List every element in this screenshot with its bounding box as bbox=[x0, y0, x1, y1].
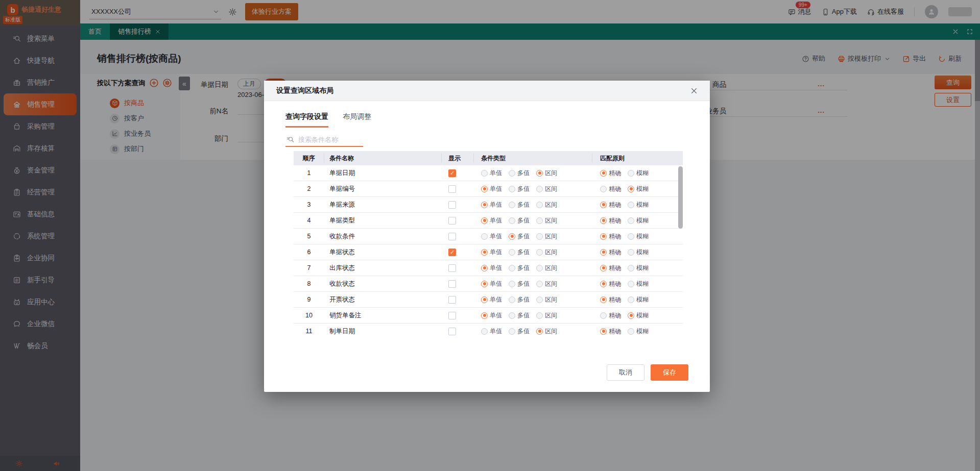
type-option-radio[interactable] bbox=[536, 233, 543, 240]
type-option-radio[interactable] bbox=[509, 249, 515, 256]
match-option[interactable]: 精确 bbox=[600, 169, 621, 178]
type-option-radio[interactable] bbox=[509, 265, 515, 271]
type-option[interactable]: 单值 bbox=[481, 264, 502, 272]
type-option-radio[interactable] bbox=[481, 281, 488, 287]
match-option[interactable]: 精确 bbox=[600, 248, 621, 257]
match-option[interactable]: 模糊 bbox=[628, 201, 649, 209]
match-option-radio[interactable] bbox=[600, 233, 607, 240]
match-option[interactable]: 模糊 bbox=[628, 185, 649, 193]
match-option-radio[interactable] bbox=[628, 296, 634, 303]
type-option[interactable]: 多值 bbox=[509, 216, 530, 225]
match-option[interactable]: 模糊 bbox=[628, 248, 649, 257]
type-option-radio[interactable] bbox=[536, 202, 543, 208]
match-option-radio[interactable] bbox=[628, 233, 634, 240]
type-option[interactable]: 单值 bbox=[481, 311, 502, 320]
type-option[interactable]: 单值 bbox=[481, 169, 502, 178]
match-option-radio[interactable] bbox=[600, 296, 607, 303]
type-option-radio[interactable] bbox=[536, 281, 543, 287]
save-button[interactable]: 保存 bbox=[651, 364, 688, 381]
show-checkbox[interactable] bbox=[448, 169, 456, 177]
match-option[interactable]: 模糊 bbox=[628, 216, 649, 225]
type-option[interactable]: 区间 bbox=[536, 185, 557, 193]
type-option-radio[interactable] bbox=[481, 312, 488, 319]
match-option-radio[interactable] bbox=[600, 281, 607, 287]
match-option-radio[interactable] bbox=[600, 170, 607, 177]
match-option[interactable]: 精确 bbox=[600, 185, 621, 193]
type-option-radio[interactable] bbox=[481, 202, 488, 208]
type-option-radio[interactable] bbox=[536, 312, 543, 319]
match-option[interactable]: 精确 bbox=[600, 201, 621, 209]
cancel-button[interactable]: 取消 bbox=[607, 364, 644, 381]
match-option[interactable]: 模糊 bbox=[628, 311, 649, 320]
match-option[interactable]: 模糊 bbox=[628, 280, 649, 288]
match-option-radio[interactable] bbox=[600, 217, 607, 224]
match-option-radio[interactable] bbox=[600, 249, 607, 256]
type-option[interactable]: 单值 bbox=[481, 295, 502, 304]
type-option[interactable]: 单值 bbox=[481, 216, 502, 225]
match-option-radio[interactable] bbox=[600, 202, 607, 208]
show-checkbox[interactable] bbox=[448, 201, 456, 209]
type-option[interactable]: 单值 bbox=[481, 327, 502, 336]
type-option-radio[interactable] bbox=[509, 281, 515, 287]
type-option[interactable]: 多值 bbox=[509, 185, 530, 193]
type-option[interactable]: 区间 bbox=[536, 232, 557, 241]
type-option-radio[interactable] bbox=[509, 217, 515, 224]
type-option[interactable]: 单值 bbox=[481, 232, 502, 241]
type-option-radio[interactable] bbox=[481, 296, 488, 303]
match-option-radio[interactable] bbox=[600, 312, 607, 319]
type-option[interactable]: 单值 bbox=[481, 280, 502, 288]
type-option[interactable]: 多值 bbox=[509, 311, 530, 320]
type-option-radio[interactable] bbox=[536, 217, 543, 224]
match-option-radio[interactable] bbox=[628, 281, 634, 287]
match-option-radio[interactable] bbox=[628, 186, 634, 192]
show-checkbox[interactable] bbox=[448, 280, 456, 288]
match-option-radio[interactable] bbox=[628, 265, 634, 271]
show-checkbox[interactable] bbox=[448, 312, 456, 319]
type-option[interactable]: 单值 bbox=[481, 248, 502, 257]
type-option-radio[interactable] bbox=[481, 170, 488, 177]
type-option-radio[interactable] bbox=[536, 265, 543, 271]
type-option[interactable]: 多值 bbox=[509, 248, 530, 257]
type-option[interactable]: 区间 bbox=[536, 327, 557, 336]
type-option-radio[interactable] bbox=[536, 296, 543, 303]
show-checkbox[interactable] bbox=[448, 264, 456, 272]
show-checkbox[interactable] bbox=[448, 249, 456, 256]
type-option-radio[interactable] bbox=[481, 186, 488, 192]
type-option-radio[interactable] bbox=[481, 233, 488, 240]
match-option-radio[interactable] bbox=[600, 328, 607, 335]
type-option-radio[interactable] bbox=[509, 170, 515, 177]
match-option[interactable]: 模糊 bbox=[628, 264, 649, 272]
match-option-radio[interactable] bbox=[628, 202, 634, 208]
match-option[interactable]: 精确 bbox=[600, 311, 621, 320]
match-option[interactable]: 精确 bbox=[600, 264, 621, 272]
match-option[interactable]: 精确 bbox=[600, 216, 621, 225]
show-checkbox[interactable] bbox=[448, 217, 456, 225]
show-checkbox[interactable] bbox=[448, 185, 456, 193]
type-option-radio[interactable] bbox=[481, 328, 488, 335]
type-option[interactable]: 单值 bbox=[481, 185, 502, 193]
type-option[interactable]: 多值 bbox=[509, 169, 530, 178]
match-option[interactable]: 精确 bbox=[600, 295, 621, 304]
type-option[interactable]: 多值 bbox=[509, 201, 530, 209]
type-option-radio[interactable] bbox=[536, 170, 543, 177]
show-checkbox[interactable] bbox=[448, 328, 456, 335]
modal-table-scrollbar-thumb[interactable] bbox=[678, 166, 683, 229]
type-option-radio[interactable] bbox=[481, 249, 488, 256]
type-option[interactable]: 区间 bbox=[536, 216, 557, 225]
match-option-radio[interactable] bbox=[628, 249, 634, 256]
type-option-radio[interactable] bbox=[509, 233, 515, 240]
match-option[interactable]: 精确 bbox=[600, 327, 621, 336]
type-option-radio[interactable] bbox=[536, 249, 543, 256]
type-option-radio[interactable] bbox=[509, 312, 515, 319]
match-option-radio[interactable] bbox=[628, 217, 634, 224]
match-option[interactable]: 精确 bbox=[600, 232, 621, 241]
match-option[interactable]: 模糊 bbox=[628, 169, 649, 178]
type-option[interactable]: 区间 bbox=[536, 311, 557, 320]
type-option[interactable]: 区间 bbox=[536, 201, 557, 209]
type-option[interactable]: 区间 bbox=[536, 264, 557, 272]
match-option[interactable]: 模糊 bbox=[628, 232, 649, 241]
type-option[interactable]: 单值 bbox=[481, 201, 502, 209]
modal-close-icon[interactable] bbox=[690, 87, 698, 94]
match-option-radio[interactable] bbox=[628, 170, 634, 177]
condition-search-input[interactable] bbox=[298, 136, 360, 143]
